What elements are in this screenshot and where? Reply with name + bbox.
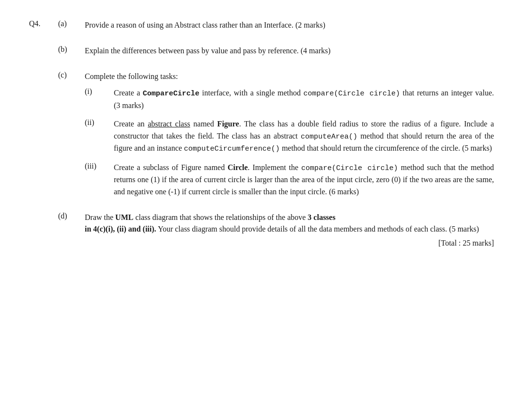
part-a-text: Provide a reason of using an Abstract cl… — [85, 21, 295, 29]
subpart-iii-content: Create a subclass of Figure named Circle… — [114, 162, 494, 198]
question-number: Q4. — [29, 19, 58, 263]
subpart-ii-label: (ii) — [85, 118, 114, 155]
part-b: (b) Explain the differences between pass… — [58, 45, 494, 57]
part-d-text-pre: Draw the — [85, 213, 115, 221]
subpart-i-inner: (i) Create a CompareCircle interface, wi… — [85, 87, 494, 111]
part-b-label: (b) — [58, 45, 85, 54]
subpart-i-text-pre: Create a — [114, 89, 143, 97]
part-b-text: Explain the differences between pass by … — [85, 47, 301, 55]
subpart-iii-text-mid1: . Implement the — [248, 163, 301, 171]
total-marks: [Total : 25 marks] — [85, 237, 494, 249]
subpart-iii-label: (iii) — [85, 162, 114, 198]
uml-label: UML — [115, 213, 133, 221]
method-sig-i: compare(Circle circle) — [303, 90, 400, 98]
part-c-label: (c) — [58, 71, 85, 83]
subpart-i-text-post: that returns an integer value. — [400, 89, 494, 97]
subpart-iii-marks: (6 marks) — [329, 187, 359, 196]
subpart-iii-inner: (iii) Create a subclass of Figure named … — [85, 162, 494, 198]
subpart-iii-text-pre: Create a subclass of Figure named — [114, 163, 228, 171]
subpart-ii-marks: (5 marks) — [462, 144, 492, 152]
abstract-class-label: abstract class — [148, 120, 190, 128]
part-a: (a) Provide a reason of using an Abstrac… — [58, 19, 494, 31]
interface-name: CompareCircle — [143, 90, 200, 98]
subpart-ii-text-mid1: named — [190, 120, 217, 128]
part-d-ref: in 4(c)(i), (ii) and (iii). — [85, 225, 156, 233]
part-d: (d) Draw the UML class diagram that show… — [58, 212, 494, 249]
part-a-marks: (2 marks) — [295, 21, 325, 29]
subpart-iii: (iii) Create a subclass of Figure named … — [58, 162, 494, 198]
part-b-content: Explain the differences between pass by … — [85, 45, 494, 57]
part-d-content: Draw the UML class diagram that shows th… — [85, 212, 494, 249]
parts-wrapper: (a) Provide a reason of using an Abstrac… — [58, 19, 494, 263]
three-classes-label: 3 classes — [308, 213, 335, 221]
question-header: Q4. (a) Provide a reason of using an Abs… — [29, 19, 494, 263]
subpart-ii: (ii) Create an abstract class named Figu… — [58, 118, 494, 155]
subpart-ii-spacer — [58, 118, 85, 155]
subpart-iii-spacer — [58, 162, 85, 198]
subpart-ii-inner: (ii) Create an abstract class named Figu… — [85, 118, 494, 155]
circle-class-name: Circle — [228, 163, 247, 171]
subpart-ii-text-mid4: method that should return the circumfere… — [280, 144, 462, 152]
compute-circ-method: computeCircumference() — [184, 145, 280, 153]
part-d-text-mid: class diagram that shows the relationshi… — [133, 213, 308, 221]
part-d-marks: (5 marks) — [449, 225, 479, 233]
part-a-label: (a) — [58, 19, 85, 28]
subpart-i-text-mid: interface, with a single method — [200, 89, 304, 97]
part-c-text: Complete the following tasks: — [85, 72, 178, 80]
part-c-header: (c) Complete the following tasks: — [58, 71, 494, 83]
subpart-i-spacer — [58, 87, 85, 111]
part-a-content: Provide a reason of using an Abstract cl… — [85, 19, 494, 31]
compute-area-method: computeArea() — [301, 133, 357, 141]
part-c-intro: Complete the following tasks: — [85, 71, 494, 83]
exam-page: Q4. (a) Provide a reason of using an Abs… — [29, 19, 494, 263]
subpart-i-content: Create a CompareCircle interface, with a… — [114, 87, 494, 111]
subpart-i-marks: (3 marks) — [114, 101, 144, 109]
subpart-i-label: (i) — [85, 87, 114, 111]
part-b-marks: (4 marks) — [301, 47, 331, 55]
part-c: (c) Complete the following tasks: (i) Cr… — [58, 71, 494, 198]
figure-class-name: Figure — [217, 120, 239, 128]
subpart-i: (i) Create a CompareCircle interface, wi… — [58, 87, 494, 111]
subpart-ii-content: Create an abstract class named Figure. T… — [114, 118, 494, 155]
part-d-text-rest: Your class diagram should provide detail… — [156, 225, 479, 233]
compare-method-iii: compare(Circle circle) — [301, 164, 398, 172]
part-d-label: (d) — [58, 212, 85, 220]
subpart-ii-text-pre: Create an — [114, 120, 148, 128]
